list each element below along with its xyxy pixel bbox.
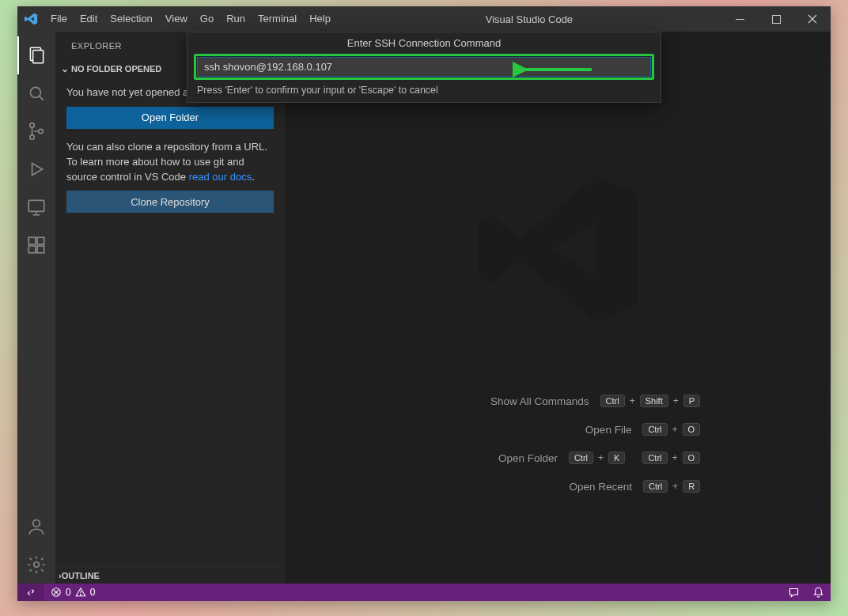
key-ctrl: Ctrl	[600, 395, 625, 407]
key-ctrl: Ctrl	[642, 423, 667, 436]
shortcut-row: Open RecentCtrl+R	[415, 472, 700, 501]
shortcut-label: Open File	[489, 424, 631, 436]
svg-point-17	[33, 520, 40, 527]
palette-hint: Press 'Enter' to confirm your input or '…	[187, 80, 661, 99]
warning-count: 0	[90, 587, 96, 598]
key-o: O	[683, 452, 701, 464]
menu-edit[interactable]: Edit	[74, 6, 104, 32]
menu-file[interactable]: File	[44, 6, 74, 32]
extensions-icon[interactable]	[17, 226, 55, 264]
shortcut-row: Open FolderCtrl+KCtrl+O	[415, 444, 700, 472]
window-maximize-button[interactable]	[758, 6, 794, 32]
menu-selection[interactable]: Selection	[104, 6, 158, 32]
shortcut-label: Open Recent	[490, 481, 632, 493]
svg-point-7	[30, 135, 34, 139]
key-o: O	[683, 423, 701, 436]
palette-title: Enter SSH Connection Command	[187, 32, 661, 54]
key-ctrl: Ctrl	[643, 480, 668, 493]
svg-point-6	[30, 123, 34, 127]
annotation-highlight-box	[194, 54, 654, 80]
explorer-sidebar: EXPLORER ⌄ NO FOLDER OPENED You have not…	[55, 32, 285, 584]
titlebar: FileEditSelectionViewGoRunTerminalHelp V…	[17, 6, 831, 32]
svg-rect-16	[37, 237, 44, 244]
remote-explorer-icon[interactable]	[17, 188, 55, 226]
clone-info-text: You can also clone a repository from a U…	[66, 140, 274, 185]
key-k: K	[608, 452, 625, 464]
menu-run[interactable]: Run	[220, 6, 252, 32]
explorer-icon[interactable]	[17, 36, 55, 74]
source-control-icon[interactable]	[17, 112, 55, 150]
shortcut-row: Open FileCtrl+O	[415, 415, 700, 444]
settings-gear-icon[interactable]	[17, 546, 55, 584]
svg-point-18	[34, 562, 40, 568]
svg-point-23	[80, 594, 81, 595]
menu-terminal[interactable]: Terminal	[252, 6, 303, 32]
accounts-icon[interactable]	[17, 508, 55, 546]
shortcut-label: Open Folder	[415, 452, 558, 464]
shortcut-keys: Ctrl+Shift+P	[600, 395, 701, 407]
key-ctrl: Ctrl	[569, 452, 593, 464]
svg-point-4	[30, 87, 40, 97]
section-outline[interactable]: › OUTLINE	[55, 566, 285, 584]
menu-go[interactable]: Go	[194, 6, 220, 32]
run-debug-icon[interactable]	[17, 150, 55, 188]
shortcut-keys: Ctrl+KCtrl+O	[569, 452, 700, 464]
svg-rect-0	[736, 19, 744, 20]
open-folder-button[interactable]: Open Folder	[66, 107, 274, 129]
svg-point-8	[39, 129, 43, 133]
window-title: Visual Studio Code	[337, 13, 721, 25]
svg-rect-13	[28, 237, 36, 244]
key-shift: Shift	[640, 395, 668, 407]
window-close-button[interactable]	[794, 6, 831, 32]
shortcut-row: Show All CommandsCtrl+Shift+P	[415, 387, 700, 415]
key-p: P	[683, 395, 700, 407]
ssh-command-input[interactable]	[197, 57, 651, 77]
status-bar: 0 0	[17, 584, 831, 601]
read-docs-link[interactable]: read our docs	[189, 171, 252, 183]
notifications-icon[interactable]	[806, 584, 831, 601]
svg-marker-9	[32, 163, 43, 175]
vscode-watermark-icon	[471, 162, 645, 336]
editor-group: Show All CommandsCtrl+Shift+POpen FileCt…	[285, 32, 831, 584]
app-logo-icon	[17, 12, 44, 26]
svg-rect-14	[28, 246, 36, 253]
outline-title: OUTLINE	[62, 571, 100, 580]
chevron-down-icon: ⌄	[59, 63, 71, 74]
svg-rect-3	[33, 51, 44, 63]
search-icon[interactable]	[17, 74, 55, 112]
shortcut-label: Show All Commands	[447, 395, 589, 407]
svg-line-5	[40, 96, 44, 100]
shortcut-keys: Ctrl+O	[642, 423, 700, 436]
main-menu: FileEditSelectionViewGoRunTerminalHelp	[44, 6, 337, 32]
shortcut-keys: Ctrl+R	[643, 480, 700, 493]
menu-help[interactable]: Help	[303, 6, 337, 32]
menu-view[interactable]: View	[159, 6, 194, 32]
window-minimize-button[interactable]	[721, 6, 758, 32]
svg-rect-10	[28, 200, 44, 211]
feedback-icon[interactable]	[782, 584, 806, 601]
problems-indicator[interactable]: 0 0	[44, 584, 101, 601]
svg-rect-1	[772, 15, 780, 23]
key-r: R	[683, 480, 700, 493]
svg-rect-15	[37, 246, 44, 253]
command-palette: Enter SSH Connection Command Press 'Ente…	[187, 32, 661, 103]
remote-indicator[interactable]	[17, 584, 44, 601]
key-ctrl: Ctrl	[642, 452, 667, 464]
activity-bar	[17, 32, 55, 584]
welcome-shortcuts: Show All CommandsCtrl+Shift+POpen FileCt…	[415, 387, 700, 501]
section-title: NO FOLDER OPENED	[71, 64, 161, 74]
clone-repository-button[interactable]: Clone Repository	[66, 191, 274, 213]
error-count: 0	[66, 587, 71, 598]
